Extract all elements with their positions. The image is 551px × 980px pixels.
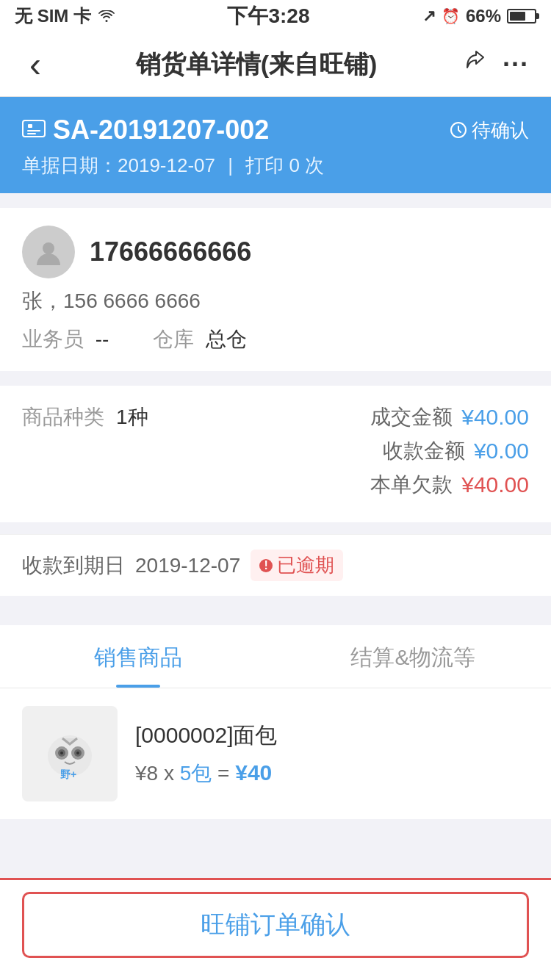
collected-amount-row: 收款金额 ¥0.00 — [370, 437, 529, 465]
status-time: 下午3:28 — [227, 2, 309, 30]
back-button[interactable]: ‹ — [22, 37, 48, 92]
location-icon: ↗ — [422, 7, 436, 26]
customer-phone: 17666666666 — [90, 237, 251, 267]
owed-amount-row: 本单欠款 ¥40.00 — [370, 471, 529, 499]
svg-point-9 — [60, 752, 63, 754]
nav-actions: ··· — [464, 49, 529, 80]
svg-rect-1 — [28, 124, 32, 128]
product-types-field: 商品种类 1种 — [22, 403, 148, 431]
page-title: 销货单详情(来自旺铺) — [136, 48, 378, 82]
nav-bar: ‹ 销货单详情(来自旺铺) ··· — [0, 32, 551, 97]
due-date-value: 2019-12-07 — [135, 554, 240, 577]
customer-row: 17666666666 — [22, 226, 529, 278]
overdue-text: 已逾期 — [277, 552, 334, 578]
warehouse-field: 仓库 总仓 — [153, 325, 247, 353]
customer-card: 17666666666 张，156 6666 6666 业务员 -- 仓库 总仓 — [0, 208, 551, 371]
order-status: 待确认 — [450, 118, 529, 143]
product-card: 野+ [0000002]面包 ¥8 x 5包 = ¥40 — [0, 688, 551, 819]
avatar — [22, 226, 75, 278]
battery-percent: 66% — [466, 6, 501, 26]
collected-label: 收款金额 — [383, 437, 465, 465]
wifi-icon — [98, 6, 115, 26]
warehouse-value: 总仓 — [206, 328, 247, 350]
svg-point-3 — [43, 242, 54, 254]
order-id: SA-20191207-002 — [22, 115, 269, 145]
owed-label: 本单欠款 — [370, 471, 453, 499]
status-bar: 无 SIM 卡 下午3:28 ↗ ⏰ 66% — [0, 0, 551, 32]
customer-name: 张，156 6666 6666 — [22, 287, 529, 315]
product-unit-price: ¥8 — [135, 762, 158, 785]
warehouse-label: 仓库 — [153, 328, 194, 350]
alarm-icon: ⏰ — [442, 7, 460, 25]
status-left: 无 SIM 卡 — [15, 4, 115, 28]
bottom-action: 旺铺订单确认 — [0, 878, 551, 980]
product-types-label: 商品种类 — [22, 403, 104, 431]
product-info: [0000002]面包 ¥8 x 5包 = ¥40 — [135, 721, 529, 788]
confirm-button[interactable]: 旺铺订单确认 — [22, 892, 529, 958]
svg-point-10 — [76, 752, 79, 754]
tab-settlement-logistics[interactable]: 结算&物流等 — [276, 625, 551, 688]
transaction-label: 成交金额 — [370, 403, 453, 431]
salesperson-value: -- — [96, 328, 109, 350]
salesperson-label: 业务员 — [22, 328, 84, 350]
status-right: ↗ ⏰ 66% — [422, 6, 536, 26]
carrier-label: 无 SIM 卡 — [15, 4, 91, 28]
more-icon[interactable]: ··· — [503, 49, 529, 80]
transaction-value: ¥40.00 — [461, 405, 529, 430]
section-divider-1 — [0, 371, 551, 386]
summary-card: 商品种类 1种 成交金额 ¥40.00 收款金额 ¥0.00 本单欠款 ¥40.… — [0, 386, 551, 522]
product-image: 野+ — [22, 706, 118, 801]
summary-row: 商品种类 1种 成交金额 ¥40.00 收款金额 ¥0.00 本单欠款 ¥40.… — [22, 403, 529, 505]
order-date: 单据日期：2019-12-07 | 打印 0 次 — [22, 153, 529, 179]
tab-sales-products[interactable]: 销售商品 — [0, 625, 276, 688]
owed-value: ¥40.00 — [461, 472, 529, 497]
svg-text:野+: 野+ — [60, 768, 76, 779]
product-types-value: 1种 — [116, 403, 148, 431]
due-date-label: 收款到期日 — [22, 552, 125, 580]
overdue-badge: ! 已逾期 — [251, 550, 343, 581]
product-name: [0000002]面包 — [135, 721, 529, 751]
product-quantity: 5包 — [180, 762, 212, 785]
customer-meta: 业务员 -- 仓库 总仓 — [22, 325, 529, 353]
transaction-amount-row: 成交金额 ¥40.00 — [370, 403, 529, 431]
amounts-section: 成交金额 ¥40.00 收款金额 ¥0.00 本单欠款 ¥40.00 — [370, 403, 529, 505]
battery-icon — [507, 9, 536, 24]
product-price: ¥8 x 5包 = ¥40 — [135, 760, 529, 788]
due-date-card: 收款到期日 2019-12-07 ! 已逾期 — [0, 535, 551, 596]
product-total: ¥40 — [235, 760, 272, 785]
section-divider-2 — [0, 596, 551, 610]
order-header: SA-20191207-002 待确认 单据日期：2019-12-07 | 打印… — [0, 97, 551, 193]
tabs-container: 销售商品 结算&物流等 — [0, 625, 551, 688]
share-icon[interactable] — [464, 50, 488, 79]
overdue-alert-icon: ! — [259, 559, 273, 572]
collected-value: ¥0.00 — [474, 439, 529, 464]
salesperson-field: 业务员 -- — [22, 325, 109, 353]
